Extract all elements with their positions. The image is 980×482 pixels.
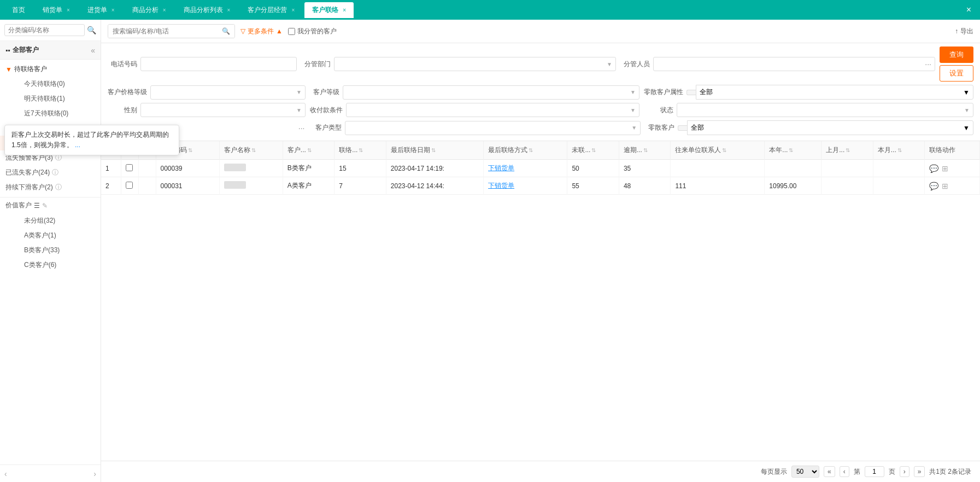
value-customers-label: 价值客户 [5, 201, 32, 210]
gender-select[interactable]: ▼ [140, 103, 306, 117]
sidebar-item-class-c[interactable]: C类客户(6) [12, 258, 101, 272]
price-level-label: 客户价格等级 [108, 88, 150, 97]
cell-checkbox[interactable] [121, 160, 138, 177]
sidebar-group-pending[interactable]: ▼ 待联络客户 [0, 62, 101, 77]
settings-btn[interactable]: 设置 [940, 65, 973, 82]
prev-page-btn[interactable]: ‹ [840, 466, 849, 477]
per-page-select[interactable]: 50 20 100 [791, 466, 819, 478]
declining-label: 持续下滑客户(2) [5, 183, 53, 192]
sidebar-item-tomorrow[interactable]: 明天待联络(1) [12, 91, 101, 106]
chat-icon-btn[interactable]: 💬 [929, 164, 938, 173]
tab-customer-segment[interactable]: 客户分层经营 × [240, 2, 302, 18]
sidebar-item-ungroup[interactable]: 未分组(32) [12, 213, 101, 228]
main-search-btn[interactable]: 🔍 [218, 25, 234, 38]
last-page-btn[interactable]: » [914, 466, 925, 477]
col-uncontacted[interactable]: 未联...⇅ [567, 141, 619, 160]
cell-action: 💬 ⊞ [925, 177, 980, 195]
phone-input[interactable] [140, 57, 297, 71]
col-contact-count[interactable]: 联络...⇅ [335, 141, 386, 160]
tab-purchase-close[interactable]: × [112, 7, 115, 13]
page-label: 页 [889, 467, 895, 477]
retail-attr-select[interactable]: 全部 ▼ [696, 85, 973, 100]
grid-icon-btn[interactable]: ⊞ [942, 182, 948, 190]
sidebar-item-7days[interactable]: 近7天待联络(0) [12, 106, 101, 121]
tab-customer-segment-close[interactable]: × [291, 7, 295, 13]
sidebar-item-class-b[interactable]: B类客户(33) [12, 243, 101, 258]
sidebar-collapse-btn[interactable]: « [91, 46, 95, 55]
row4-dots[interactable]: ··· [298, 124, 305, 132]
tab-goods-list-close[interactable]: × [227, 7, 231, 13]
table-header-row: ⚙ 客户编码⇅ 客户名称⇅ 客户...⇅ 联络...⇅ 最后联络日期⇅ 最后联络… [101, 141, 980, 160]
col-last-method[interactable]: 最后联络方式⇅ [484, 141, 567, 160]
first-page-btn[interactable]: « [824, 466, 835, 477]
cell-spacer [138, 160, 156, 177]
tab-goods-analysis-close[interactable]: × [163, 7, 166, 13]
person-label: 分管人员 [620, 60, 653, 69]
grid-icon-btn[interactable]: ⊞ [942, 164, 948, 173]
tab-home[interactable]: 首页 [4, 2, 33, 18]
tab-customer-contact-close[interactable]: × [343, 7, 346, 13]
tooltip-text: 距客户上次交易时长，超过了此客户的平均交易周期的1.5倍，则视为异常。 [11, 131, 169, 149]
col-last-month[interactable]: 上月...⇅ [821, 141, 873, 160]
retail-attr-field: 零散客户属性 全部 ▼ [644, 85, 973, 100]
col-overdue[interactable]: 逾期...⇅ [619, 141, 671, 160]
window-close-btn[interactable]: × [962, 5, 976, 15]
export-btn[interactable]: ↑ 导出 [955, 27, 973, 36]
churned-label: 已流失客户(24) [5, 168, 50, 177]
tab-customer-contact[interactable]: 客户联络 × [304, 2, 354, 18]
sidebar-search-input[interactable] [4, 24, 85, 36]
row-checkbox[interactable] [126, 182, 133, 189]
col-this-month[interactable]: 本月...⇅ [873, 141, 925, 160]
payment-label: 收付款条件 [310, 106, 346, 115]
tab-goods-list[interactable]: 商品分析列表 × [176, 2, 238, 18]
my-customers-check[interactable]: 我分管的客户 [288, 27, 337, 36]
col-customer-type[interactable]: 客户...⇅ [283, 141, 335, 160]
customer-grade-select[interactable]: ▼ [343, 85, 639, 100]
main-search-input[interactable] [108, 25, 218, 38]
sidebar-item-today[interactable]: 今天待联络(0) [12, 77, 101, 91]
sidebar-next-btn[interactable]: › [93, 469, 96, 478]
my-customers-checkbox[interactable] [288, 28, 295, 35]
col-unit-contact[interactable]: 往来单位联系人⇅ [671, 141, 765, 160]
cell-checkbox[interactable] [121, 177, 138, 195]
customer-type-select[interactable]: ▼ [345, 121, 641, 135]
payment-select[interactable]: ▼ [346, 103, 639, 117]
sidebar-prev-btn[interactable]: ‹ [4, 469, 7, 478]
person-select[interactable]: ··· [653, 57, 935, 71]
cell-last-method[interactable]: 下销货单 [484, 177, 567, 195]
row-checkbox[interactable] [126, 164, 133, 171]
more-conditions-btn[interactable]: ▽ 更多条件 ▲ [240, 27, 283, 36]
last-method-link[interactable]: 下销货单 [488, 182, 514, 189]
query-btn[interactable]: 查询 [940, 47, 973, 63]
sidebar-item-churned[interactable]: 已流失客户(24) ⓘ [0, 165, 101, 180]
col-last-date[interactable]: 最后联络日期⇅ [386, 141, 483, 160]
page-number-input[interactable] [865, 466, 884, 477]
person-dots[interactable]: ··· [925, 60, 931, 68]
tab-purchase[interactable]: 进货单 × [80, 2, 122, 18]
arrow-down-icon: ▼ [5, 66, 12, 73]
col-this-year[interactable]: 本年...⇅ [765, 141, 821, 160]
sidebar-header: ▪▪ 全部客户 « [0, 41, 101, 60]
status-select[interactable]: ▼ [677, 103, 973, 117]
retail-attr-prefix [686, 90, 696, 95]
total-label: 共1页 2条记录 [929, 467, 971, 477]
tab-sales-close[interactable]: × [67, 7, 70, 13]
next-page-btn[interactable]: › [900, 466, 909, 477]
sidebar-item-declining[interactable]: 持续下滑客户(2) ⓘ [0, 180, 101, 195]
dept-select[interactable]: ▼ [334, 57, 616, 71]
last-method-link[interactable]: 下销货单 [488, 164, 514, 172]
sidebar-item-class-a[interactable]: A类客户(1) [12, 228, 101, 243]
tab-sales[interactable]: 销货单 × [35, 2, 78, 18]
sidebar-search-icon[interactable]: 🔍 [87, 26, 96, 34]
status-field: 状态 ▼ [644, 103, 973, 117]
cell-last-method[interactable]: 下销货单 [484, 160, 567, 177]
status-label: 状态 [644, 106, 677, 115]
table-scroll[interactable]: ⚙ 客户编码⇅ 客户名称⇅ 客户...⇅ 联络...⇅ 最后联络日期⇅ 最后联络… [101, 141, 980, 195]
retail-customer-select[interactable]: 全部 ▼ [687, 120, 973, 135]
price-level-select[interactable]: ▼ [150, 85, 306, 100]
tab-goods-analysis[interactable]: 商品分析 × [125, 2, 174, 18]
edit-icon[interactable]: ✎ [42, 202, 48, 210]
chat-icon-btn[interactable]: 💬 [929, 182, 938, 190]
col-name[interactable]: 客户名称⇅ [219, 141, 283, 160]
retail-customer-prefix [678, 125, 687, 131]
